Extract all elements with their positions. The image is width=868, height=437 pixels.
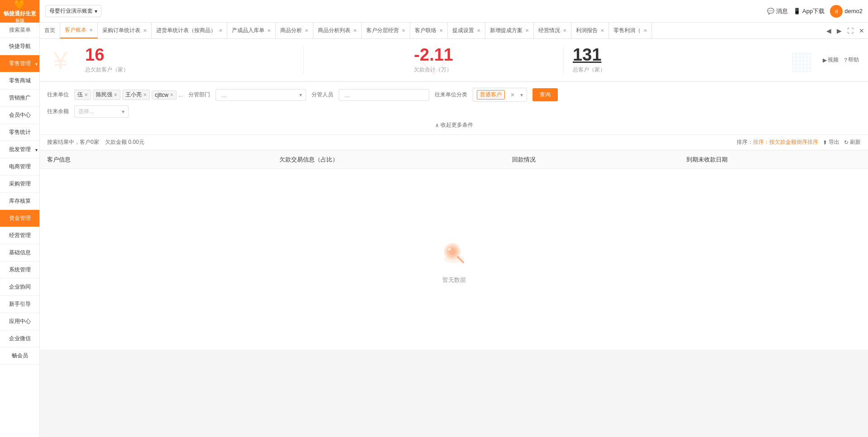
messages-btn[interactable]: 💬 消息 [767, 7, 788, 15]
tab-retail-profit-label: 零售利润（ [614, 27, 641, 34]
tab-promo-settings-close[interactable]: ✕ [477, 28, 480, 33]
tab-home[interactable]: 首页 [40, 23, 60, 38]
tab-new-promo-close[interactable]: ✕ [525, 28, 529, 33]
tab-customer-capital-label: 客户账本 [65, 26, 86, 34]
tag-wang-close[interactable]: ✕ [143, 92, 147, 97]
home-label: 首页 [44, 27, 55, 34]
app-version: 标版 [15, 18, 24, 24]
dept-select[interactable]: ... ▾ [216, 89, 306, 101]
sidebar-item-retail-stats[interactable]: 零售统计 [0, 124, 39, 141]
tab-scroll-left[interactable]: ◀ [825, 26, 833, 35]
tab-production[interactable]: 产成品入库单 ✕ [227, 23, 276, 38]
tab-customer-contact-close[interactable]: ✕ [439, 28, 443, 33]
person-dots[interactable]: ... [345, 91, 350, 99]
sidebar-item-inventory[interactable]: 库存核算 [0, 193, 39, 210]
sidebar-item-marketing[interactable]: 营销推广 [0, 90, 39, 107]
tab-customer-capital-close[interactable]: ✕ [89, 28, 93, 33]
tab-product-analysis-close[interactable]: ✕ [305, 28, 308, 33]
tag-cjttcw-close[interactable]: ✕ [170, 92, 173, 97]
filter-tag-wu[interactable]: 伍 ✕ [74, 90, 91, 100]
export-btn[interactable]: ⬆ 导出 [823, 138, 839, 146]
result-text: 搜索结果中，客户0家 欠款金额 0.00元 [47, 138, 144, 146]
user-info[interactable]: d demo2 [830, 5, 863, 18]
sidebar-item-finance[interactable]: 资金管理 [0, 210, 39, 227]
sidebar-search[interactable]: 搜索菜单 [0, 23, 39, 38]
tag-wu-close[interactable]: ✕ [84, 92, 88, 97]
sort-value[interactable]: 排序：按欠款金额倒序排序 [753, 139, 818, 145]
sidebar-item-retail-mall[interactable]: 零售商城 [0, 72, 39, 90]
sidebar-item-basic[interactable]: 基础信息 [0, 244, 39, 261]
query-button[interactable]: 查询 [532, 88, 558, 101]
filter-tag-wangxiaoliang[interactable]: 王小亮 ✕ [122, 90, 150, 100]
page-content: ¥ 16 总欠款客户（家） ◇ -2.11 欠款合计（万） ▦ 131 总 [40, 39, 868, 437]
tab-product-analysis[interactable]: 商品分析 ✕ [276, 23, 313, 38]
tab-purchase-order-close[interactable]: ✕ [143, 28, 147, 33]
refresh-btn[interactable]: ↻ 刷新 [844, 138, 861, 146]
debt-amount: 欠款金额 0.00元 [105, 139, 144, 145]
sidebar-item-ecommerce[interactable]: 电商管理 [0, 158, 39, 176]
tab-production-close[interactable]: ✕ [267, 28, 271, 33]
sidebar-item-app-center[interactable]: 应用中心 [0, 313, 39, 330]
tab-new-promo[interactable]: 新增提成方案 ✕ [485, 23, 534, 38]
filter-tags-more[interactable]: ... [178, 92, 183, 98]
tab-inbound-stats-close[interactable]: ✕ [219, 28, 222, 33]
unit-class-selected: 普通客户 [477, 90, 505, 100]
collapse-btn[interactable]: ∧ 收起更多条件 [435, 121, 473, 129]
tab-scroll-right[interactable]: ▶ [835, 26, 844, 35]
tab-biz-status-close[interactable]: ✕ [563, 28, 566, 33]
main-area: 母婴行业演示账套 ▾ 💬 消息 📱 App下载 d demo2 首页 客户账本 [40, 0, 868, 437]
sidebar-quick-nav[interactable]: 快捷导航 [0, 38, 39, 55]
balance-select[interactable]: 选择... ▾ [74, 105, 129, 118]
tab-retail-profit-close[interactable]: ✕ [643, 28, 647, 33]
unit-label: 往来单位 [47, 91, 69, 99]
tabbar-controls: ◀ ▶ ⛶ ✕ [823, 23, 868, 38]
filter-tag-chenminqiang[interactable]: 陈民强 ✕ [93, 90, 120, 100]
tab-close-all[interactable]: ✕ [857, 26, 866, 35]
search-result: 搜索结果中，客户0家 [47, 139, 99, 145]
table-body: 暂无数据 [40, 169, 868, 350]
video-btn[interactable]: ▶ 视频 [823, 56, 839, 64]
collapse-up-icon: ∧ [435, 122, 439, 128]
tab-product-analysis-list[interactable]: 商品分析列表 ✕ [313, 23, 362, 38]
download-icon: 📱 [793, 8, 801, 14]
sidebar-item-operation[interactable]: 经营管理 [0, 227, 39, 244]
account-selector[interactable]: 母婴行业演示账套 ▾ [45, 5, 101, 17]
unit-class-select[interactable]: 普通客户 ✕ ▾ [473, 88, 527, 102]
tab-profit-report-close[interactable]: ✕ [600, 28, 604, 33]
sidebar-item-purchase[interactable]: 采购管理 [0, 176, 39, 193]
help-btn[interactable]: ? 帮助 [844, 56, 859, 64]
filter-tag-cjttcw[interactable]: cjttcw ✕ [152, 90, 177, 100]
tab-profit-report[interactable]: 利润报告 ✕ [571, 23, 609, 38]
tab-product-analysis-list-close[interactable]: ✕ [353, 28, 357, 33]
stat-block-customers: ¥ 16 总欠款客户（家） [49, 46, 304, 74]
tabbar: 首页 客户账本 ✕ 采购订单统计表 ✕ 进货单统计表（按商品） ✕ 产成品入库单… [40, 23, 868, 39]
sidebar-item-newbie[interactable]: 新手引导 [0, 296, 39, 313]
sidebar-item-system[interactable]: 系统管理 [0, 261, 39, 279]
sidebar-item-retail[interactable]: 零售管理 [0, 55, 39, 72]
balance-placeholder: 选择... [78, 108, 94, 115]
tab-purchase-order[interactable]: 采购订单统计表 ✕ [98, 23, 152, 38]
svg-point-5 [448, 248, 451, 251]
sidebar-item-wholesale[interactable]: 批发管理 [0, 141, 39, 158]
sidebar-item-vip-member[interactable]: 畅会员 [0, 347, 39, 365]
app-download-btn[interactable]: 📱 App下载 [793, 7, 825, 15]
tab-customer-segment-close[interactable]: ✕ [402, 28, 405, 33]
sidebar-item-member[interactable]: 会员中心 [0, 107, 39, 124]
person-select[interactable]: ... [339, 89, 429, 101]
sidebar-item-enterprise-coop[interactable]: 企业协同 [0, 279, 39, 296]
tab-retail-profit[interactable]: 零售利润（ ✕ [609, 23, 652, 38]
tab-inbound-stats[interactable]: 进货单统计表（按商品） ✕ [152, 23, 227, 38]
tab-fullscreen[interactable]: ⛶ [845, 26, 855, 35]
tab-customer-contact[interactable]: 客户联络 ✕ [410, 23, 448, 38]
refresh-icon: ↻ [844, 139, 849, 146]
tab-biz-status[interactable]: 经营情况 ✕ [534, 23, 571, 38]
tab-customer-capital[interactable]: 客户账本 ✕ [60, 23, 98, 38]
tab-product-analysis-list-label: 商品分析列表 [318, 27, 350, 34]
avatar: d [830, 5, 843, 18]
tab-customer-segment[interactable]: 客户分层经营 ✕ [362, 23, 410, 38]
sidebar-item-enterprise-wechat[interactable]: 企业微信 [0, 330, 39, 347]
tag-chen-close[interactable]: ✕ [114, 92, 117, 97]
dept-dots[interactable]: ... [221, 91, 227, 99]
tab-promo-settings[interactable]: 提成设置 ✕ [448, 23, 485, 38]
dept-label: 分管部门 [188, 91, 210, 99]
